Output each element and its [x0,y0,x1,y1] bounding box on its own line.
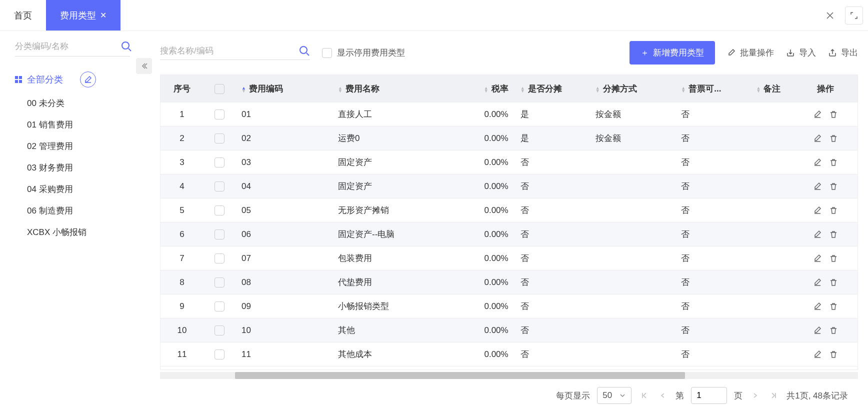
search-icon[interactable] [121,41,132,52]
export-button[interactable]: 导出 [828,47,858,58]
last-page-icon[interactable] [768,392,780,400]
import-button[interactable]: 导入 [786,47,816,58]
page-size-select[interactable]: 50 [597,387,632,404]
cell-checkbox[interactable] [204,318,236,342]
cell-checkbox[interactable] [204,342,236,366]
edit-icon[interactable] [813,206,822,215]
show-disabled-checkbox[interactable]: 显示停用费用类型 [322,47,405,58]
search-input[interactable] [160,46,299,56]
search-icon[interactable] [299,46,310,56]
sidebar-item[interactable]: 01 销售费用 [27,114,150,136]
checkbox-icon[interactable] [322,48,332,58]
chevron-down-icon [619,392,626,399]
edit-icon[interactable] [813,230,822,239]
col-header-split[interactable]: ▲▼是否分摊 [514,75,590,102]
cell-method: 按金额 [590,126,676,150]
cell-remark [750,150,793,174]
delete-icon[interactable] [829,134,838,143]
delete-icon[interactable] [829,110,838,119]
category-root[interactable]: 全部分类 [15,66,150,92]
cell-method [590,150,676,174]
sidebar-search [15,41,130,56]
sidebar-item[interactable]: 03 财务费用 [27,157,150,178]
cell-action [793,198,858,222]
tab-expense-type-label: 费用类型 [60,10,96,22]
cell-action [793,174,858,198]
edit-icon[interactable] [813,326,822,335]
col-header-remark[interactable]: ▲▼备注 [750,75,793,102]
scrollbar-thumb[interactable] [235,372,685,379]
fullscreen-icon[interactable] [845,6,863,24]
sidebar-item[interactable]: 04 采购费用 [27,178,150,200]
cell-rate: 0.00% [450,342,514,366]
category-search-input[interactable] [15,42,121,52]
edit-icon[interactable] [813,182,822,191]
collapse-sidebar-icon[interactable] [136,58,152,74]
delete-icon[interactable] [829,158,838,167]
delete-icon[interactable] [829,302,838,311]
cell-split: 否 [514,342,590,366]
col-header-plain[interactable]: ▲▼普票可... [675,75,750,102]
delete-icon[interactable] [829,230,838,239]
col-header-name[interactable]: ▲▼费用名称 [332,75,450,102]
cell-checkbox[interactable] [204,270,236,294]
cell-checkbox[interactable] [204,102,236,126]
add-expense-type-button[interactable]: ＋ 新增费用类型 [630,41,715,64]
col-header-rate[interactable]: ▲▼税率 [450,75,514,102]
cell-checkbox[interactable] [204,174,236,198]
tab-expense-type[interactable]: 费用类型 ✕ [46,0,120,30]
edit-icon[interactable] [813,158,822,167]
cell-method [590,270,676,294]
svg-rect-4 [19,80,22,83]
cell-checkbox[interactable] [204,198,236,222]
delete-icon[interactable] [829,206,838,215]
col-header-seq[interactable]: 序号 [160,75,204,102]
cell-checkbox[interactable] [204,222,236,246]
edit-icon[interactable] [813,278,822,287]
edit-icon[interactable] [813,350,822,359]
show-disabled-label: 显示停用费用类型 [337,47,405,58]
cell-checkbox[interactable] [204,246,236,270]
close-all-icon[interactable] [824,10,836,22]
close-icon[interactable]: ✕ [100,10,106,20]
col-header-method[interactable]: ▲▼分摊方式 [590,75,676,102]
delete-icon[interactable] [829,278,838,287]
edit-icon[interactable] [813,302,822,311]
cell-method [590,318,676,342]
export-label: 导出 [841,47,858,58]
add-button-label: 新增费用类型 [653,47,704,58]
next-page-icon[interactable] [750,392,760,399]
cell-checkbox[interactable] [204,294,236,318]
col-header-code[interactable]: ▲▼费用编码 [236,75,332,102]
delete-icon[interactable] [829,254,838,263]
tab-bar: 首页 费用类型 ✕ [0,0,868,31]
delete-icon[interactable] [829,326,838,335]
cell-action [793,222,858,246]
sidebar-item[interactable]: 02 管理费用 [27,136,150,157]
batch-label: 批量操作 [740,47,774,58]
edit-icon[interactable] [813,134,822,143]
cell-name: 小畅报销类型 [332,294,450,318]
sidebar: 全部分类 00 未分类01 销售费用02 管理费用03 财务费用04 采购费用0… [0,31,160,409]
edit-icon[interactable] [813,110,822,119]
edit-category-icon[interactable] [80,72,96,88]
delete-icon[interactable] [829,350,838,359]
cell-action [793,294,858,318]
batch-operation-button[interactable]: 批量操作 [727,47,774,58]
cell-name: 固定资产 [332,174,450,198]
horizontal-scrollbar[interactable] [160,372,858,379]
sidebar-item[interactable]: 06 制造费用 [27,200,150,222]
delete-icon[interactable] [829,182,838,191]
col-header-checkbox[interactable] [204,75,236,102]
sidebar-item[interactable]: XCBX 小畅报销 [27,222,150,243]
sidebar-item[interactable]: 00 未分类 [27,92,150,114]
cell-checkbox[interactable] [204,150,236,174]
cell-action [793,246,858,270]
edit-icon[interactable] [813,254,822,263]
tab-home[interactable]: 首页 [0,0,46,30]
cell-checkbox[interactable] [204,126,236,150]
first-page-icon[interactable] [638,392,650,400]
page-number-input[interactable] [696,390,722,400]
prev-page-icon[interactable] [658,392,668,399]
table-search [160,46,310,60]
